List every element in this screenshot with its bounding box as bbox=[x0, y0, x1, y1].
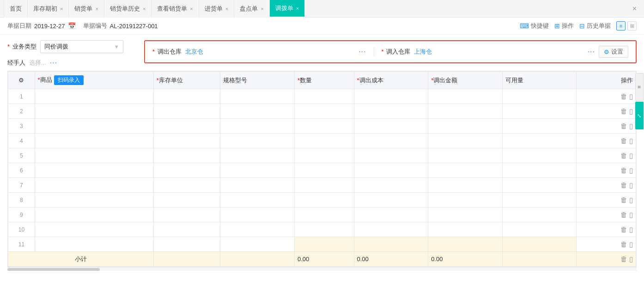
tab-purchase-order-close[interactable]: × bbox=[225, 6, 228, 12]
settings-column-header[interactable]: ⚙ bbox=[8, 72, 35, 89]
delete-row-button[interactable]: 🗑 bbox=[620, 211, 627, 219]
cost-cell[interactable] bbox=[354, 104, 428, 119]
delete-row-button[interactable]: 🗑 bbox=[620, 240, 627, 248]
horizontal-scrollbar[interactable] bbox=[7, 267, 637, 271]
product-cell[interactable] bbox=[35, 208, 153, 222]
copy-row-button[interactable]: ▯ bbox=[629, 107, 633, 116]
cost-cell[interactable] bbox=[354, 208, 428, 222]
delete-row-button[interactable]: 🗑 bbox=[620, 107, 627, 115]
settings-button[interactable]: ⚙ 设置 bbox=[599, 46, 628, 58]
quantity-cell[interactable] bbox=[295, 163, 354, 178]
business-type-select[interactable]: 同价调拨 ▼ bbox=[40, 40, 123, 53]
history-button[interactable]: ⊟ 历史单据 bbox=[579, 22, 611, 30]
unit-cell[interactable] bbox=[153, 193, 220, 208]
spec-cell[interactable] bbox=[220, 237, 295, 252]
copy-row-button[interactable]: ▯ bbox=[629, 152, 633, 160]
tab-purchase-order[interactable]: 进货单 × bbox=[199, 0, 234, 18]
scan-button[interactable]: 扫码录入 bbox=[54, 75, 84, 85]
copy-row-button[interactable]: ▯ bbox=[629, 137, 633, 145]
date-value[interactable]: 2019-12-27 bbox=[34, 23, 65, 30]
amount-cell[interactable] bbox=[428, 178, 503, 193]
product-cell[interactable] bbox=[35, 119, 153, 134]
quantity-cell[interactable] bbox=[295, 148, 354, 163]
spec-cell[interactable] bbox=[220, 89, 295, 104]
product-cell[interactable] bbox=[35, 193, 153, 208]
tab-home[interactable]: 首页 bbox=[4, 0, 28, 18]
copy-row-button[interactable]: ▯ bbox=[629, 240, 633, 249]
amount-cell[interactable] bbox=[428, 104, 503, 119]
cost-cell[interactable] bbox=[354, 119, 428, 134]
tab-sales-history-close[interactable]: × bbox=[143, 6, 146, 12]
spec-cell[interactable] bbox=[220, 193, 295, 208]
product-cell[interactable] bbox=[35, 104, 153, 119]
spec-cell[interactable] bbox=[220, 208, 295, 222]
amount-cell[interactable] bbox=[428, 148, 503, 163]
amount-cell[interactable] bbox=[428, 119, 503, 134]
spec-cell[interactable] bbox=[220, 222, 295, 237]
copy-row-button[interactable]: ▯ bbox=[629, 122, 633, 130]
tab-view-sales[interactable]: 查看销货单 × bbox=[152, 0, 199, 18]
spec-cell[interactable] bbox=[220, 119, 295, 134]
out-warehouse-value[interactable]: 北京仓 bbox=[185, 48, 203, 56]
amount-cell[interactable] bbox=[428, 163, 503, 178]
calendar-icon[interactable]: 📅 bbox=[68, 22, 76, 30]
copy-row-button[interactable]: ▯ bbox=[629, 181, 633, 189]
unit-cell[interactable] bbox=[153, 163, 220, 178]
spec-cell[interactable] bbox=[220, 134, 295, 148]
scrollbar-thumb[interactable] bbox=[7, 268, 100, 271]
quantity-cell[interactable] bbox=[295, 222, 354, 237]
delete-row-button[interactable]: 🗑 bbox=[620, 181, 627, 189]
product-cell[interactable] bbox=[35, 178, 153, 193]
unit-cell[interactable] bbox=[153, 134, 220, 148]
shortcuts-button[interactable]: ⌨ 快捷键 bbox=[520, 22, 549, 30]
unit-cell[interactable] bbox=[153, 119, 220, 134]
quantity-cell[interactable] bbox=[295, 104, 354, 119]
tab-inventory-init-close[interactable]: × bbox=[60, 6, 63, 12]
cost-cell[interactable] bbox=[354, 134, 428, 148]
quantity-cell[interactable] bbox=[295, 89, 354, 104]
copy-row-button[interactable]: ▯ bbox=[629, 211, 633, 219]
subtotal-copy-button[interactable]: ▯ bbox=[629, 255, 633, 263]
amount-cell[interactable] bbox=[428, 193, 503, 208]
quantity-cell[interactable] bbox=[295, 208, 354, 222]
unit-cell[interactable] bbox=[153, 104, 220, 119]
in-warehouse-value[interactable]: 上海仓 bbox=[414, 48, 432, 56]
quantity-cell[interactable] bbox=[295, 119, 354, 134]
cost-cell[interactable] bbox=[354, 163, 428, 178]
tab-sales-history[interactable]: 销货单历史 × bbox=[104, 0, 152, 18]
product-cell[interactable] bbox=[35, 134, 153, 148]
unit-cell[interactable] bbox=[153, 178, 220, 193]
tab-inventory-init[interactable]: 库存期初 × bbox=[28, 0, 69, 18]
spec-cell[interactable] bbox=[220, 104, 295, 119]
quantity-cell[interactable] bbox=[295, 178, 354, 193]
quantity-cell[interactable] bbox=[295, 134, 354, 148]
quantity-cell[interactable] bbox=[295, 237, 354, 252]
product-cell[interactable] bbox=[35, 222, 153, 237]
copy-row-button[interactable]: ▯ bbox=[629, 226, 633, 234]
copy-row-button[interactable]: ▯ bbox=[629, 166, 633, 175]
delete-row-button[interactable]: 🗑 bbox=[620, 92, 627, 100]
product-cell[interactable] bbox=[35, 163, 153, 178]
spec-cell[interactable] bbox=[220, 178, 295, 193]
amount-cell[interactable] bbox=[428, 134, 503, 148]
out-warehouse-ellipsis[interactable]: ··· bbox=[358, 48, 366, 56]
amount-cell[interactable] bbox=[428, 89, 503, 104]
unit-cell[interactable] bbox=[153, 148, 220, 163]
tab-view-sales-close[interactable]: × bbox=[190, 6, 193, 12]
spec-cell[interactable] bbox=[220, 163, 295, 178]
window-close-button[interactable]: × bbox=[629, 5, 640, 13]
delete-row-button[interactable]: 🗑 bbox=[620, 152, 627, 159]
cost-cell[interactable] bbox=[354, 148, 428, 163]
spec-cell[interactable] bbox=[220, 148, 295, 163]
operations-button[interactable]: ⊞ 操作 bbox=[554, 22, 574, 30]
copy-row-button[interactable]: ▯ bbox=[629, 196, 633, 204]
unit-cell[interactable] bbox=[153, 89, 220, 104]
right-panel-list-button[interactable]: ≡ bbox=[635, 73, 644, 101]
delete-row-button[interactable]: 🗑 bbox=[620, 196, 627, 204]
cost-cell[interactable] bbox=[354, 193, 428, 208]
cost-cell[interactable] bbox=[354, 178, 428, 193]
unit-cell[interactable] bbox=[153, 222, 220, 237]
unit-cell[interactable] bbox=[153, 208, 220, 222]
handler-select[interactable]: 选择... bbox=[29, 59, 46, 67]
tab-transfer-order[interactable]: 调拨单 × bbox=[270, 0, 305, 18]
